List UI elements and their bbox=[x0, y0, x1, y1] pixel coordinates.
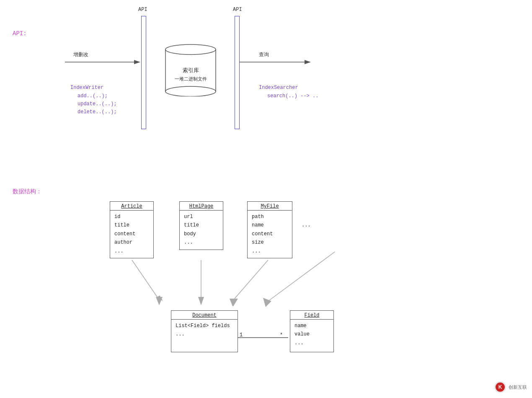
watermark-icon: K bbox=[494, 381, 506, 393]
document-box: Document List<Field> fields ... bbox=[171, 310, 238, 352]
method-update: update..(..); bbox=[77, 100, 117, 108]
api-top-right-label: API bbox=[233, 6, 242, 14]
document-title: Document bbox=[171, 311, 238, 319]
article-content: content bbox=[114, 230, 149, 238]
article-title: Article bbox=[110, 202, 153, 210]
more-boxes-ellipsis: ... bbox=[302, 221, 311, 229]
myfile-content: content bbox=[252, 230, 288, 238]
myfile-title: MyFile bbox=[248, 202, 292, 210]
database-cylinder: 索引库 一堆二进制文件 bbox=[163, 38, 218, 96]
document-fields: List<Field> fields bbox=[176, 322, 233, 330]
field-name: name bbox=[294, 322, 329, 330]
htmlpage-box: HtmlPage url title body ... bbox=[179, 201, 223, 250]
document-ellipsis: ... bbox=[176, 330, 233, 338]
svg-marker-13 bbox=[198, 297, 204, 305]
left-vertical-bar bbox=[141, 16, 146, 129]
svg-marker-8 bbox=[305, 60, 311, 64]
field-box: Field name value ... bbox=[290, 310, 334, 352]
htmlpage-body-field: body bbox=[184, 230, 219, 238]
htmlpage-title-field: title bbox=[184, 221, 219, 229]
multiplicity-many: * bbox=[280, 331, 283, 339]
article-body: id title content author ... bbox=[110, 211, 153, 258]
htmlpage-to-document-arrow bbox=[195, 260, 207, 306]
index-searcher-label: IndexSearcher bbox=[259, 84, 298, 92]
svg-text:K: K bbox=[498, 384, 502, 390]
svg-line-9 bbox=[132, 260, 159, 300]
api-top-left-label: API bbox=[138, 6, 147, 14]
article-author: author bbox=[114, 238, 149, 247]
index-searcher-methods: search(..) --> .. bbox=[267, 92, 318, 100]
write-arrow bbox=[65, 58, 142, 66]
svg-marker-17 bbox=[263, 298, 271, 307]
multiplicity-one: 1 bbox=[240, 331, 243, 339]
article-ellipsis: ... bbox=[114, 247, 149, 255]
myfile-box: MyFile path name content size ... bbox=[247, 201, 292, 258]
article-to-document-arrow bbox=[126, 260, 180, 306]
myfile-body: path name content size ... bbox=[248, 211, 292, 258]
field-value: value bbox=[294, 330, 329, 338]
field-ellipsis: ... bbox=[294, 339, 329, 347]
index-writer-label: IndexWriter bbox=[70, 84, 103, 92]
field-body: name value ... bbox=[290, 320, 333, 350]
myfile-path: path bbox=[252, 213, 288, 221]
myfile-name: name bbox=[252, 221, 288, 229]
article-box: Article id title content author ... bbox=[110, 201, 154, 258]
data-section-label: 数据结构： bbox=[13, 188, 42, 195]
htmlpage-ellipsis: ... bbox=[184, 238, 219, 247]
extra-to-document-arrow bbox=[260, 252, 343, 310]
right-vertical-bar bbox=[235, 16, 240, 129]
field-title: Field bbox=[290, 311, 333, 319]
svg-point-1 bbox=[165, 86, 216, 96]
document-body: List<Field> fields ... bbox=[171, 320, 238, 341]
index-writer-methods: add..(..); update..(..); delete..(..); bbox=[77, 92, 117, 117]
article-id: id bbox=[114, 213, 149, 221]
method-delete: delete..(..); bbox=[77, 108, 117, 116]
api-section-label: API: bbox=[13, 30, 27, 37]
svg-text:一堆二进制文件: 一堆二进制文件 bbox=[175, 76, 207, 82]
svg-marker-6 bbox=[134, 60, 140, 64]
svg-point-2 bbox=[165, 44, 216, 55]
htmlpage-title: HtmlPage bbox=[180, 202, 223, 210]
watermark: K 创新互联 bbox=[494, 381, 527, 393]
htmlpage-url: url bbox=[184, 213, 219, 221]
svg-marker-15 bbox=[230, 299, 238, 306]
htmlpage-body: url title body ... bbox=[180, 211, 223, 250]
page-container: API: API API 索引库 一堆二进制文件 增删改 查询 Inde bbox=[0, 0, 532, 398]
watermark-text: 创新互联 bbox=[509, 384, 527, 390]
svg-text:索引库: 索引库 bbox=[183, 68, 199, 74]
query-arrow bbox=[240, 58, 313, 66]
method-add: add..(..); bbox=[77, 92, 117, 100]
article-title-field: title bbox=[114, 221, 149, 229]
myfile-size: size bbox=[252, 238, 288, 247]
svg-marker-11 bbox=[156, 297, 163, 305]
svg-line-16 bbox=[268, 252, 335, 301]
